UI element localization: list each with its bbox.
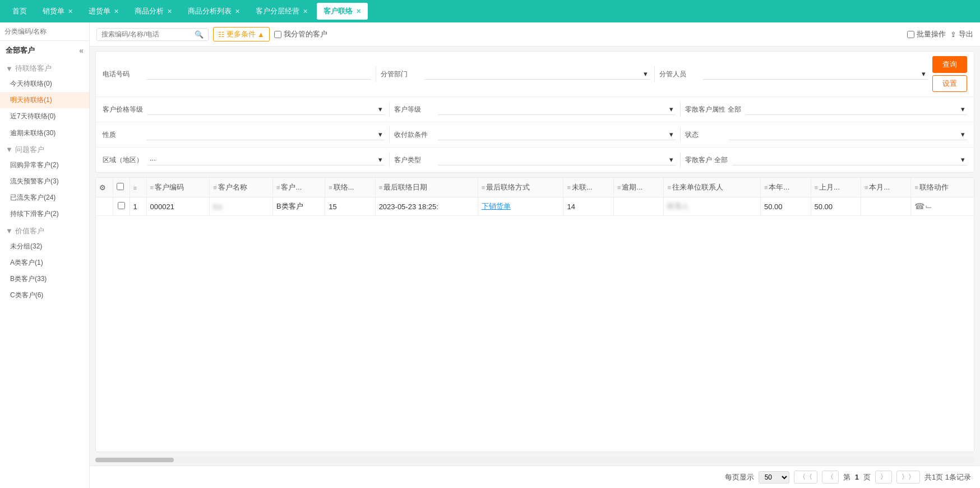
sidebar-search-input[interactable] xyxy=(4,27,89,35)
sidebar-item-C类客户(6)[interactable]: C类客户(6) xyxy=(0,287,89,303)
nav-close-icon[interactable]: ✕ xyxy=(167,8,172,15)
row-checkbox[interactable] xyxy=(118,202,125,209)
th-customerCode[interactable]: ≡客户编码 xyxy=(146,178,210,197)
filter-label-2: 零散客户 全部 xyxy=(685,155,727,165)
filter-label-0: 性质 xyxy=(103,130,142,140)
more-conditions-btn[interactable]: ☷ 更多条件 ▲ xyxy=(213,27,270,42)
filter-select-1[interactable]: ▾ xyxy=(438,104,676,115)
filter-cell-2: 状态▾ xyxy=(685,129,967,140)
nav-close-icon[interactable]: ✕ xyxy=(303,8,308,15)
filter-select-0[interactable]: ▾ xyxy=(147,104,385,115)
filter-select-1[interactable]: ▾ xyxy=(424,68,649,80)
th-notContacted[interactable]: ≡未联... xyxy=(563,178,613,197)
filter-select-1[interactable]: ▾ xyxy=(438,154,676,165)
th-thisMonth[interactable]: ≡本月... xyxy=(861,178,910,197)
th-customerName[interactable]: ≡客户名称 xyxy=(210,178,273,197)
filter-select-2[interactable]: ▾ xyxy=(703,68,928,80)
th-lastContactDate[interactable]: ≡最后联络日期 xyxy=(375,178,478,197)
filter-select-1[interactable]: ▾ xyxy=(438,129,676,140)
nav-close-icon[interactable]: ✕ xyxy=(68,8,73,15)
th-thisYear[interactable]: ≡本年... xyxy=(761,178,811,197)
phone-icon[interactable]: ☎ xyxy=(914,201,925,211)
sidebar-item-逾期未联络(30)[interactable]: 逾期未联络(30) xyxy=(0,125,89,141)
settings-icon[interactable]: ⚙ xyxy=(99,183,106,192)
sidebar-item-今天待联络(0)[interactable]: 今天待联络(0) xyxy=(0,76,89,92)
td-lastContactMethod[interactable]: 下销货单 xyxy=(478,197,563,216)
sidebar-section-待联络客户[interactable]: ▼待联络客户 xyxy=(0,60,89,76)
nav-item-商品分析列表[interactable]: 商品分析列表✕ xyxy=(181,3,247,20)
sidebar-item-回购异常客户(2)[interactable]: 回购异常客户(2) xyxy=(0,157,89,173)
th-overdue[interactable]: ≡逾期... xyxy=(613,178,663,197)
batch-op-btn[interactable]: 批量操作 xyxy=(907,29,946,39)
filter-cell-2: 分管人员▾ xyxy=(659,68,928,80)
nav-item-客户联络[interactable]: 客户联络✕ xyxy=(317,3,368,20)
filter-select-0[interactable]: ▾ xyxy=(146,129,385,140)
last-page-btn[interactable]: 〉〉 xyxy=(896,471,920,484)
last-contact-link[interactable]: 下销货单 xyxy=(482,202,511,210)
per-page-select[interactable]: 50 100 200 xyxy=(759,471,789,484)
filter-cell-0: 电话号码 xyxy=(103,69,371,80)
search-icon[interactable]: 🔍 xyxy=(195,30,204,39)
filter-select-2[interactable]: ▾ xyxy=(746,104,967,115)
th-checkbox[interactable] xyxy=(113,178,130,197)
next-page-btn[interactable]: 〉 xyxy=(875,471,892,484)
filter-cell-0: 区域（地区）···▾ xyxy=(103,154,385,165)
th-settings[interactable]: ⚙ xyxy=(96,178,113,197)
sidebar-item-A类客户(1)[interactable]: A类客户(1) xyxy=(0,255,89,271)
filter-select-2[interactable]: ▾ xyxy=(729,129,967,140)
filter-select-2[interactable]: ▾ xyxy=(732,154,967,165)
th-sort-icon: ≡ xyxy=(815,184,818,191)
search-input[interactable] xyxy=(101,30,195,38)
section-arrow-icon: ▼ xyxy=(6,65,13,73)
th-index[interactable]: ≡ xyxy=(130,178,146,197)
sidebar-item-流失预警客户(3)[interactable]: 流失预警客户(3) xyxy=(0,173,89,190)
th-unitContact[interactable]: ≡往来单位联系人 xyxy=(664,178,761,197)
scrollbar-area[interactable] xyxy=(95,457,974,463)
query-btn[interactable]: 查询 xyxy=(932,56,967,73)
prev-page-btn[interactable]: 〈 xyxy=(822,471,839,484)
sidebar-section-价值客户[interactable]: ▼价值客户 xyxy=(0,223,89,238)
my-customers-checkbox[interactable] xyxy=(274,31,281,38)
sidebar-item-近7天待联络(0)[interactable]: 近7天待联络(0) xyxy=(0,108,89,125)
sidebar-item-B类客户(33)[interactable]: B类客户(33) xyxy=(0,271,89,287)
nav-item-进货单[interactable]: 进货单✕ xyxy=(82,3,126,20)
sidebar-section-问题客户[interactable]: ▼问题客户 xyxy=(0,141,89,157)
export-btn[interactable]: ⇪ 导出 xyxy=(950,29,973,39)
sidebar-item-已流失客户(24)[interactable]: 已流失客户(24) xyxy=(0,190,89,206)
chevron-down-icon: ▾ xyxy=(644,70,648,78)
filter-input-0[interactable] xyxy=(146,69,371,80)
filter-select-0[interactable]: ···▾ xyxy=(147,154,385,165)
nav-item-商品分析[interactable]: 商品分析✕ xyxy=(128,3,179,20)
scrollbar-thumb[interactable] xyxy=(95,458,174,462)
td-action[interactable]: ☎⌙ xyxy=(911,197,974,216)
th-sort-icon: ≡ xyxy=(329,184,332,191)
td-contacts: 15 xyxy=(325,197,375,216)
sidebar-item-持续下滑客户(2)[interactable]: 持续下滑客户(2) xyxy=(0,206,89,222)
sidebar-sections: ▼待联络客户今天待联络(0)明天待联络(1)近7天待联络(0)逾期未联络(30)… xyxy=(0,60,89,303)
th-contacts[interactable]: ≡联络... xyxy=(325,178,375,197)
th-action[interactable]: ≡联络动作 xyxy=(911,178,974,197)
collapse-icon[interactable]: « xyxy=(79,46,84,55)
main-layout: 🔍 全部客户 « ▼待联络客户今天待联络(0)明天待联络(1)近7天待联络(0)… xyxy=(0,22,980,488)
th-lastMonth[interactable]: ≡上月... xyxy=(811,178,861,197)
chevron-down-icon: ▾ xyxy=(669,105,673,113)
nav-close-icon[interactable]: ✕ xyxy=(235,8,240,15)
sidebar-item-未分组(32)[interactable]: 未分组(32) xyxy=(0,238,89,255)
nav-item-客户分层经营[interactable]: 客户分层经营✕ xyxy=(249,3,315,20)
filter-label-0: 区域（地区） xyxy=(103,155,143,165)
first-page-btn[interactable]: 〈〈 xyxy=(794,471,817,484)
grid-icon[interactable]: ⌙ xyxy=(925,201,932,211)
batch-checkbox[interactable] xyxy=(907,31,914,38)
th-lastContactMethod[interactable]: ≡最后联络方式 xyxy=(478,178,563,197)
set-btn[interactable]: 设置 xyxy=(932,75,967,92)
nav-close-icon[interactable]: ✕ xyxy=(114,8,119,15)
nav-item-销货单[interactable]: 销货单✕ xyxy=(36,3,80,20)
filter-label-2: 零散客户属性 全部 xyxy=(685,105,741,114)
nav-close-icon[interactable]: ✕ xyxy=(356,8,361,15)
nav-item-首页[interactable]: 首页 xyxy=(6,3,34,20)
select-all-checkbox[interactable] xyxy=(117,183,124,190)
th-customerType[interactable]: ≡客户... xyxy=(273,178,325,197)
sidebar-all-customers[interactable]: 全部客户 « xyxy=(0,41,89,60)
sidebar-item-明天待联络(1)[interactable]: 明天待联络(1) xyxy=(0,92,89,108)
chevron-down-icon: ▾ xyxy=(961,105,965,113)
